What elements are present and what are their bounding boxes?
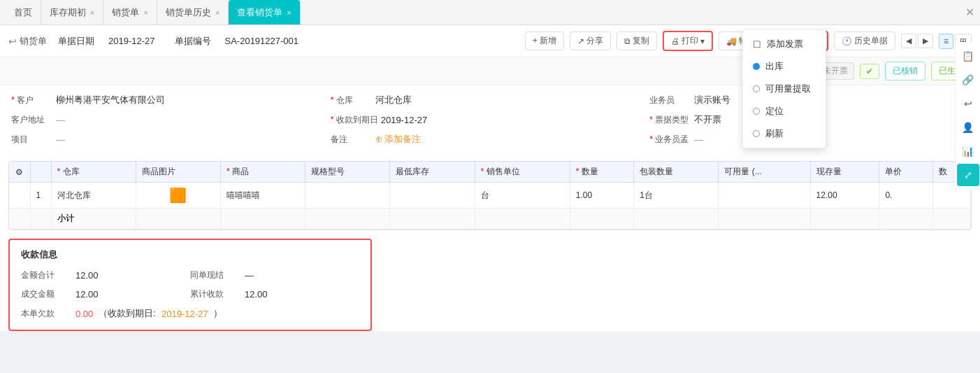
refresh-item[interactable]: 刷新 — [743, 122, 826, 145]
subtotal-product — [220, 209, 305, 230]
subtotal-qty — [570, 209, 633, 230]
sidebar-icon-5[interactable]: 📊 — [957, 140, 979, 162]
sales-unit-col-header: 销售单位 — [475, 162, 570, 183]
sidebar-icon-6[interactable]: ⤢ — [957, 164, 979, 186]
sidebar-icon-3[interactable]: ↩ — [957, 92, 979, 115]
ticket-type-value: 不开票 — [691, 113, 724, 126]
close-inventory-tab[interactable]: × — [90, 8, 94, 17]
payment-date-field: 收款到期日 2019-12-27 — [331, 114, 650, 126]
warehouse-field: 仓库 河北仓库 — [331, 94, 650, 106]
customer-value: 柳州粤港平安气体有限公司 — [53, 94, 168, 106]
nav-arrows: ◀ ▶ — [901, 34, 933, 48]
owed-row: 本单欠款 0.00 （收款到期日: 2019-12-27 ） — [21, 306, 359, 321]
doc-type-icon: ↩ — [8, 36, 17, 47]
table-row: 1 河北仓库 🟧 嘻嘻嘻嘻 台 1.00 1台 12.00 0. — [9, 183, 971, 209]
tab-sales-history[interactable]: 销货单历史 × — [157, 0, 229, 24]
subtotal-label — [9, 209, 30, 230]
new-button[interactable]: + 新增 — [525, 31, 564, 50]
warehouse-value: 河北仓库 — [373, 94, 415, 106]
form-area: 客户 柳州粤港平安气体有限公司 仓库 河北仓库 业务员 演示账号 客户地址 — … — [0, 85, 980, 161]
tab-home[interactable]: 首页 — [6, 0, 41, 24]
seq-col-header — [30, 162, 51, 183]
copy-button[interactable]: ⧉ 复制 — [617, 31, 657, 50]
number-value: SA-20191227-001 — [225, 36, 299, 46]
sidebar-icon-2[interactable]: 🔗 — [957, 69, 979, 91]
date-label: 单据日期 — [58, 35, 94, 48]
customer-field: 客户 柳州粤港平安气体有限公司 — [11, 94, 331, 106]
refresh-label: 刷新 — [765, 127, 784, 140]
locate-item[interactable]: 定位 — [743, 100, 826, 122]
ship-out-item[interactable]: 出库 — [743, 55, 826, 78]
owed-value: 0.00 — [75, 309, 93, 319]
total-amount-label: 金额合计 — [21, 269, 70, 281]
total-amount-value: 12.00 — [75, 270, 99, 281]
available-qty-item[interactable]: 可用量提取 — [743, 78, 826, 100]
tab-inventory-init[interactable]: 库存期初 × — [41, 0, 103, 24]
row-unit-price: 0. — [879, 183, 932, 209]
radio-empty-icon2 — [753, 108, 760, 115]
sold-out-button[interactable]: 已核销 — [885, 62, 925, 80]
toolbar-row: 📱 来自手机 ⊙ 未开票 ✔ 已核销 已生效 — [0, 57, 980, 85]
doc-title-area: ↩ 销货单 — [8, 35, 47, 48]
ship-out-label: 出库 — [765, 60, 784, 73]
check-icon-btn[interactable]: ✔ — [860, 64, 879, 79]
share-button[interactable]: ↗ 分享 — [570, 31, 611, 50]
transaction-row: 成交金额 12.00 — [21, 287, 190, 302]
copy-icon: ⧉ — [624, 36, 630, 46]
min-stock-col-header: 最低库存 — [390, 162, 475, 183]
sales-staff-label: 业务员孟 — [649, 134, 691, 146]
add-invoice-item[interactable]: ☐ 添加发票 — [743, 33, 826, 55]
locate-label: 定位 — [765, 105, 784, 118]
transaction-label: 成交金额 — [21, 288, 70, 300]
sidebar-icon-1[interactable]: 📋 — [957, 45, 979, 67]
product-img-col-header: 商品图片 — [136, 162, 220, 183]
print-button[interactable]: 🖨 打印 ▾ — [663, 31, 713, 51]
main-area: ↩ 销货单 单据日期 2019-12-27 单据编号 SA-20191227-0… — [0, 25, 980, 331]
next-arrow[interactable]: ▶ — [918, 34, 933, 48]
row-pack-qty: 1台 — [634, 183, 719, 209]
payment-section: 收款信息 金额合计 12.00 同单现结 — 成交金额 12.00 累计收款 1… — [8, 239, 372, 331]
list-view-button[interactable]: ≡ — [939, 34, 953, 49]
row-product-img: 🟧 — [136, 183, 220, 209]
truck-icon: 🚚 — [726, 36, 737, 46]
same-order-row: 同单现结 — — [190, 268, 359, 283]
current-stock-col-header: 现存量 — [810, 162, 879, 183]
due-date: 2019-12-27 — [161, 309, 208, 319]
same-order-label: 同单现结 — [190, 269, 239, 281]
row-available — [719, 183, 810, 209]
warehouse-col-header: 仓库 — [51, 162, 136, 183]
tab-view-sales[interactable]: 查看销货单 × — [229, 0, 300, 24]
total-amount-row: 金额合计 12.00 — [21, 268, 190, 283]
right-sidebar: 📋 🔗 ↩ 👤 📊 ⤢ — [955, 42, 980, 189]
close-history-tab[interactable]: × — [215, 8, 219, 17]
warehouse-label: 仓库 — [331, 94, 373, 106]
gear-col-header: ⚙ — [9, 162, 30, 183]
row-spec — [305, 183, 390, 209]
prev-arrow[interactable]: ◀ — [901, 34, 916, 48]
available-qty-label: 可用量提取 — [765, 83, 811, 95]
payment-title: 收款信息 — [21, 248, 359, 261]
row-current-stock: 12.00 — [810, 183, 879, 209]
row-min-stock — [390, 183, 475, 209]
project-value: — — [53, 134, 68, 145]
date-value: 2019-12-27 — [108, 36, 155, 46]
close-window-button[interactable]: ✕ — [965, 6, 974, 19]
sidebar-icon-4[interactable]: 👤 — [957, 116, 979, 139]
close-sales-tab[interactable]: × — [143, 8, 147, 17]
history-button[interactable]: 🕐 历史单据 — [834, 31, 895, 50]
add-note-button[interactable]: ⊕ 添加备注 — [373, 133, 424, 146]
payment-grid: 金额合计 12.00 同单现结 — 成交金额 12.00 累计收款 12.00 … — [21, 268, 359, 321]
plus-icon: ⊕ — [375, 134, 382, 144]
note-field: 备注 ⊕ 添加备注 — [331, 133, 650, 146]
print-icon: 🖨 — [671, 36, 679, 46]
payment-date-label: 收款到期日 — [331, 114, 378, 126]
ticket-type-label: 票据类型 — [649, 114, 691, 126]
tab-bar: 首页 库存期初 × 销货单 × 销货单历史 × 查看销货单 × ✕ — [0, 0, 980, 25]
table-header-row: ⚙ 仓库 商品图片 商品 规格型号 最低库存 销售单位 数量 包装数量 可用量 … — [9, 162, 971, 183]
product-table-container: ⚙ 仓库 商品图片 商品 规格型号 最低库存 销售单位 数量 包装数量 可用量 … — [8, 161, 972, 230]
sales-staff-value: — — [691, 134, 706, 145]
close-view-sales-tab[interactable]: × — [287, 8, 291, 17]
tab-sales-order[interactable]: 销货单 × — [103, 0, 157, 24]
staff-value: 演示账号 — [691, 94, 733, 106]
spec-col-header: 规格型号 — [305, 162, 390, 183]
